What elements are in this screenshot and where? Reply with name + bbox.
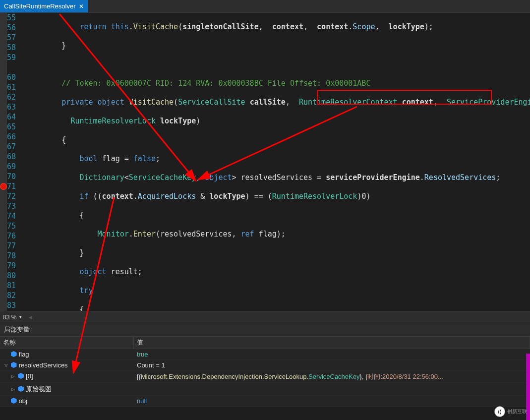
tab-bar: CallSiteRuntimeResolver ✕ (0, 0, 530, 13)
col-name-header[interactable]: 名称 (0, 337, 134, 349)
expander-icon[interactable]: ▹ (10, 372, 16, 380)
zoom-bar: 83 % ▼ ◄ (0, 311, 530, 323)
locals-header: 名称 值 (0, 336, 530, 349)
watermark: ⟨⟩ 创新互联 (494, 406, 527, 417)
variable-icon (11, 362, 17, 368)
watermark-text: 创新互联 (507, 408, 527, 415)
locals-row[interactable]: ▹ [0][{Microsoft.Extensions.DependencyIn… (0, 371, 530, 383)
scroll-left-icon[interactable]: ◄ (27, 314, 33, 321)
variable-icon (11, 351, 17, 357)
locals-row[interactable]: flagtrue (0, 349, 530, 360)
close-icon[interactable]: ✕ (79, 3, 84, 10)
zoom-dropdown[interactable]: 83 % (3, 314, 16, 321)
code-area[interactable]: 5556575859606162636465666768697071727374… (0, 13, 530, 311)
chevron-down-icon[interactable]: ▼ (18, 315, 22, 319)
watermark-logo-icon: ⟨⟩ (494, 406, 505, 417)
code-editor: 5556575859606162636465666768697071727374… (0, 13, 530, 323)
panel-title: 局部变量 (0, 323, 530, 336)
col-value-header[interactable]: 值 (134, 337, 530, 349)
locals-row[interactable]: ▿ resolvedServicesCount = 1 (0, 360, 530, 371)
breakpoint-icon[interactable] (0, 183, 7, 190)
expander-icon[interactable] (3, 351, 9, 358)
variable-icon (11, 398, 17, 404)
expander-icon[interactable] (3, 397, 9, 405)
locals-rows: flagtrue▿ resolvedServicesCount = 1 ▹ [0… (0, 349, 530, 407)
expander-icon[interactable]: ▹ (10, 385, 16, 393)
locals-row[interactable]: objnull (0, 396, 530, 407)
code-text[interactable]: return this.VisitCache(singletonCallSite… (20, 13, 530, 311)
variable-icon (18, 373, 24, 379)
variable-icon (18, 386, 24, 392)
locals-row[interactable]: ▹ 原始视图 (0, 383, 530, 396)
tab-title: CallSiteRuntimeResolver (4, 2, 76, 10)
expander-icon[interactable]: ▿ (3, 361, 9, 369)
file-tab[interactable]: CallSiteRuntimeResolver ✕ (0, 0, 88, 12)
locals-panel: 局部变量 名称 值 flagtrue▿ resolvedServicesCoun… (0, 323, 530, 407)
line-number-gutter: 5556575859606162636465666768697071727374… (7, 13, 20, 311)
breakpoint-gutter[interactable] (0, 13, 7, 311)
